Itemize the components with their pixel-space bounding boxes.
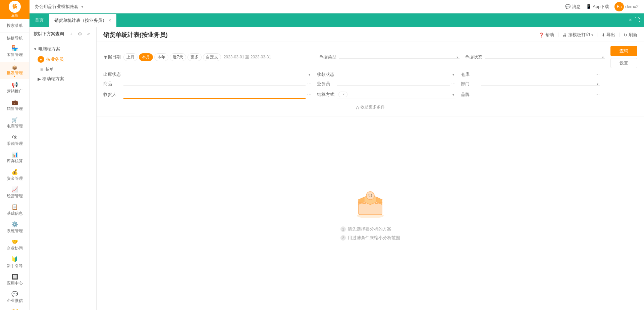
order-status-control[interactable]: ▾ [485, 56, 605, 59]
tip-num-2: 2 [340, 235, 346, 241]
add-scheme-button[interactable]: + [67, 30, 75, 38]
sidebar-item-operations-label: 经营管理 [7, 193, 23, 199]
sidebar-item-purchase-label: 采购管理 [7, 141, 23, 147]
quick-nav-button[interactable]: 快捷导航 [0, 34, 29, 43]
date-tag-more[interactable]: 更多 [187, 53, 202, 61]
settings-button[interactable]: 设置 [610, 58, 637, 68]
filter-goods: 商品 ··· [103, 81, 312, 87]
sidebar-item-sales[interactable]: 💼 销售管理 [0, 97, 29, 114]
sidebar-item-inventory[interactable]: 📊 库存核算 [0, 149, 29, 166]
sales-icon: 💼 [11, 99, 18, 105]
receipt-status-control[interactable]: ▾ [337, 73, 456, 76]
divider-3 [619, 33, 620, 37]
goods-more-icon[interactable]: ··· [307, 81, 311, 87]
scheme-item-by-salesperson[interactable]: ● 按业务员 [30, 54, 96, 65]
tab-maximize-icon[interactable]: ⛶ [635, 17, 640, 23]
sidebar-item-purchase[interactable]: 🛍 采购管理 [0, 132, 29, 149]
salesperson-control[interactable]: ··· [337, 81, 456, 87]
tab-active[interactable]: 销货单统计表（按业务员） × [49, 14, 116, 27]
tab-home[interactable]: 首页 [30, 13, 49, 27]
consignee-input[interactable] [123, 91, 306, 99]
sidebar-item-wholesale[interactable]: 📦 批发管理 [0, 62, 29, 79]
scheme-sub-item-order[interactable]: ⊞ 按单 [30, 65, 96, 74]
scheme-item-salesperson-label: 按业务员 [46, 56, 64, 62]
print-dropdown-icon: ▾ [591, 33, 593, 37]
app-logo[interactable]: 畅 标版 [0, 0, 30, 19]
industry-dropdown-icon[interactable]: ▾ [81, 4, 84, 9]
collapse-icon: ⋀ [356, 105, 359, 110]
wholesale-icon: 📦 [12, 65, 17, 70]
filter-warehouse: 仓库 ··· [461, 71, 600, 78]
sidebar-item-apps[interactable]: 🔲 应用中心 [0, 271, 29, 289]
scheme-sub-item-order-label: 按单 [46, 66, 54, 72]
receipt-status-label: 收款状态 [317, 71, 337, 78]
department-control[interactable]: ▾ [481, 83, 600, 86]
date-tag-current-year[interactable]: 本年 [154, 53, 168, 61]
order-type-control[interactable]: ▾ [339, 56, 459, 59]
salesperson-more-icon[interactable]: ··· [451, 81, 455, 87]
print-button[interactable]: 🖨 按模板打印 ▾ [562, 32, 593, 38]
message-button[interactable]: 💬 消息 [565, 4, 581, 10]
sidebar-item-system[interactable]: ⚙️ 系统管理 [0, 219, 29, 236]
help-button[interactable]: ❓ 帮助 [539, 32, 554, 38]
warehouse-more-icon[interactable]: ··· [595, 71, 600, 78]
sidebar-item-marketing-label: 营销推广 [7, 89, 23, 94]
date-tag-last-month[interactable]: 上月 [123, 53, 138, 61]
divider-2 [597, 33, 597, 37]
scheme-group-desktop-header[interactable]: ▼ 电脑端方案 [30, 44, 96, 54]
consignee-more-icon[interactable]: ··· [307, 92, 311, 98]
page-title-bar: 销货单统计表(按业务员) ❓ 帮助 🖨 按模板打印 ▾ [97, 27, 644, 42]
refresh-button[interactable]: ↻ 刷新 [624, 32, 637, 38]
date-tags-group: 上月 本月 本年 近7天 更多 自定义 2023-03-01 至 2023-03… [123, 53, 271, 61]
sidebar-item-retail[interactable]: 🏪 零售管理 ▼ [0, 44, 29, 62]
scheme-group-desktop: ▼ 电脑端方案 ● 按业务员 ⊞ 按单 [30, 44, 96, 74]
date-tag-7days[interactable]: 近7天 [170, 53, 186, 61]
order-status-label: 单据状态 [465, 54, 485, 60]
sidebar-item-guide[interactable]: 🔰 新手引导 [0, 254, 29, 271]
app-download-button[interactable]: 📱 App下载 [586, 4, 609, 10]
scheme-group-mobile-header[interactable]: ▶ 移动端方案 [30, 74, 96, 84]
message-label: 消息 [572, 4, 581, 10]
retail-icon: 🏪 [11, 45, 18, 51]
brand-more-icon[interactable]: ··· [595, 92, 600, 98]
warehouse-control[interactable]: ··· [481, 71, 600, 78]
empty-tip-1-text: 请先选择要分析的方案 [348, 225, 391, 234]
export-button[interactable]: ⬇ 导出 [601, 32, 615, 38]
scheme-group-mobile: ▶ 移动端方案 [30, 74, 96, 84]
sidebar-item-basic-info[interactable]: 📋 基础信息 [0, 201, 29, 219]
consignee-control[interactable]: ··· [123, 91, 312, 99]
export-icon: ⬇ [601, 33, 605, 38]
user-profile[interactable]: Ea demo2 [614, 2, 639, 11]
filter-row-4: 收货人 ··· 结算方式 [103, 90, 637, 99]
query-button[interactable]: 查询 [610, 46, 637, 56]
guide-icon: 🔰 [11, 256, 18, 262]
brand-control[interactable]: ··· [481, 92, 600, 98]
date-control: 上月 本月 本年 近7天 更多 自定义 2023-03-01 至 2023-03… [123, 53, 314, 61]
empty-state: 1 请先选择要分析的方案 2 用过滤条件来缩小分析范围 [97, 116, 644, 310]
scheme-group-mobile-label: 移动端方案 [42, 76, 64, 82]
sidebar-item-marketing[interactable]: 📢 营销推广 [0, 79, 29, 97]
tab-active-label: 销货单统计表（按业务员） [54, 17, 107, 23]
sidebar-item-operations[interactable]: 📈 经营管理 [0, 184, 29, 201]
settings-scheme-button[interactable]: ⚙ [76, 30, 84, 38]
sidebar-item-sales-label: 销售管理 [7, 106, 23, 112]
sidebar-item-ecommerce[interactable]: 🛒 电商管理 [0, 114, 29, 132]
tab-home-label: 首页 [35, 17, 44, 23]
sidebar-item-enterprise[interactable]: 🤝 企业协同 [0, 236, 29, 254]
tab-close-icon[interactable]: × [109, 18, 111, 23]
date-range-display: 2023-03-01 至 2023-03-31 [224, 54, 271, 60]
header-left: 办公用品行业模拟账套 ▾ [35, 4, 84, 10]
settlement-tag-close[interactable]: × [343, 93, 345, 96]
sidebar-item-wholesale-label: 批发管理 [7, 70, 23, 76]
collapse-panel-button[interactable]: « [85, 30, 92, 38]
collapse-bar[interactable]: ⋀ 收起更多条件 [103, 102, 637, 112]
sidebar-item-wechat[interactable]: 💬 企业微信 [0, 289, 29, 306]
search-menu-button[interactable]: 搜索菜单 [0, 21, 29, 30]
tab-close-window-icon[interactable]: × [629, 17, 632, 23]
sidebar-item-member[interactable]: 👑 畅会员 [0, 306, 29, 310]
date-tag-custom[interactable]: 自定义 [203, 53, 221, 61]
out-status-control[interactable]: ▾ [123, 73, 312, 76]
sidebar-item-finance[interactable]: 💰 资金管理 [0, 166, 29, 184]
date-tag-current-month[interactable]: 本月 [139, 53, 153, 61]
goods-control[interactable]: ··· [123, 81, 312, 87]
